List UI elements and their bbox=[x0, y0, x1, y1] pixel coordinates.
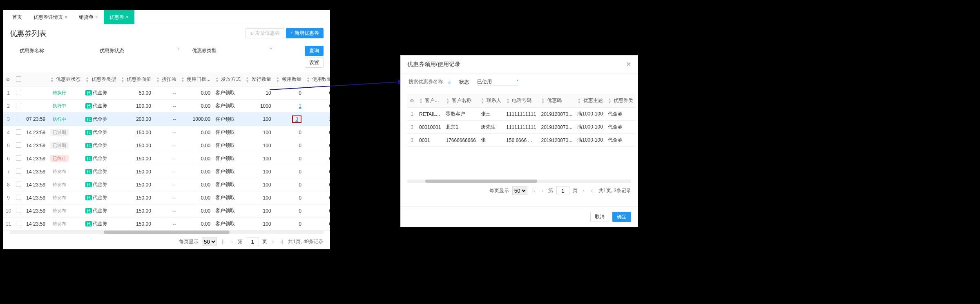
modal-status-value[interactable]: 已使用 bbox=[477, 78, 492, 85]
tab-3[interactable]: 优惠券× bbox=[104, 10, 134, 24]
col-header[interactable]: ▲▼ 电话号码 bbox=[504, 94, 538, 108]
col-header[interactable]: ▲▼ 客户... bbox=[417, 94, 443, 108]
got-count-link[interactable]: 1 bbox=[299, 103, 301, 109]
query-button[interactable]: 查询 bbox=[305, 46, 324, 56]
table-row[interactable]: 614 23:59已终止代代金券150.00--0.00客户领取10000↗⊞ bbox=[3, 152, 330, 165]
sort-icon[interactable]: ▲▼ bbox=[481, 98, 484, 104]
modal-h-scrollbar[interactable] bbox=[407, 180, 631, 183]
first-page-button[interactable]: |‹ bbox=[531, 188, 537, 193]
table-row[interactable]: 714 23:59待发布代代金券150.00--0.00客户领取10000↗⊞ bbox=[3, 165, 330, 178]
gear-icon[interactable]: ⚙ bbox=[410, 98, 414, 104]
tab-0[interactable]: 首页 bbox=[7, 10, 28, 24]
search-icon[interactable]: ⌕ bbox=[448, 79, 451, 85]
close-icon[interactable]: × bbox=[95, 14, 98, 20]
last-page-button[interactable]: ›| bbox=[279, 239, 285, 244]
tab-2[interactable]: 销货单× bbox=[73, 10, 104, 24]
sort-icon[interactable]: ▲▼ bbox=[419, 98, 423, 104]
table-row[interactable]: 914 23:59待发布代代金券150.00--0.00客户领取10000↗⊞ bbox=[3, 191, 330, 204]
sort-icon[interactable]: ▲▼ bbox=[156, 76, 160, 83]
col-header[interactable]: ▲▼ 优惠码 bbox=[539, 94, 575, 108]
sort-icon[interactable]: ▲▼ bbox=[246, 76, 249, 83]
cancel-button[interactable]: 取消 bbox=[590, 212, 609, 222]
col-header[interactable]: ▲▼ 优惠券类型 bbox=[83, 73, 118, 87]
col-header[interactable]: ▲▼ 优惠券类 bbox=[605, 94, 636, 108]
table-row[interactable]: 1114 23:59待发布代代金券150.00--0.00客户领取10000↗⊞ bbox=[3, 217, 330, 231]
gear-icon[interactable]: ⚙ bbox=[6, 77, 10, 82]
issue-coupon-button[interactable]: ⊕ 发放优惠券 bbox=[246, 28, 284, 38]
row-checkbox[interactable] bbox=[16, 155, 21, 161]
col-header[interactable]: ▲▼ 使用数量 bbox=[304, 73, 330, 87]
sort-icon[interactable]: ▲▼ bbox=[608, 98, 612, 104]
row-checkbox[interactable] bbox=[16, 103, 21, 108]
col-header[interactable]: ▲▼ 折扣% bbox=[154, 73, 179, 87]
close-icon[interactable]: × bbox=[65, 14, 67, 20]
row-checkbox[interactable] bbox=[16, 221, 21, 226]
modal-table-wrap: ⚙▲▼ 客户...▲▼ 客户名称▲▼ 联系人▲▼ 电话号码▲▼ 优惠码▲▼ 优惠… bbox=[401, 91, 638, 147]
page-input[interactable] bbox=[556, 186, 569, 195]
table-row[interactable]: 1待执行代代金券50.00--0.00客户领取1000↗⊞ bbox=[3, 87, 330, 100]
per-page-select[interactable]: 50 bbox=[512, 186, 527, 195]
row-checkbox[interactable] bbox=[16, 90, 21, 95]
row-checkbox[interactable] bbox=[16, 208, 21, 213]
filter-name-input[interactable] bbox=[47, 46, 87, 55]
col-header[interactable]: ▲▼ 发放方式 bbox=[213, 73, 243, 87]
sort-icon[interactable]: ▲▼ bbox=[541, 98, 545, 104]
row-checkbox[interactable] bbox=[16, 116, 21, 121]
table-row[interactable]: 200010001北京1唐先生111111111112019120070...满… bbox=[407, 121, 636, 134]
modal-search-input[interactable] bbox=[407, 78, 448, 86]
sort-icon[interactable]: ▲▼ bbox=[181, 76, 185, 83]
sort-icon[interactable]: ▲▼ bbox=[306, 76, 310, 83]
col-header[interactable]: ▲▼ 使用门槛... bbox=[179, 73, 213, 87]
row-index: 9 bbox=[3, 191, 13, 204]
got-count: 0 bbox=[274, 152, 304, 165]
sort-icon[interactable]: ▲▼ bbox=[50, 76, 54, 83]
chevron-down-icon[interactable]: ˅ bbox=[516, 79, 519, 85]
h-scrollbar[interactable] bbox=[10, 231, 324, 234]
settings-button[interactable]: 设置 bbox=[305, 58, 324, 68]
sort-icon[interactable]: ▲▼ bbox=[215, 76, 219, 83]
table-row[interactable]: 514 23:59已过期代代金券150.00--0.00客户领取10000↗⊞ bbox=[3, 139, 330, 152]
row-checkbox[interactable] bbox=[16, 129, 21, 135]
filter-status-select[interactable]: ˅ bbox=[127, 46, 180, 55]
row-checkbox[interactable] bbox=[16, 169, 21, 174]
next-page-button[interactable]: › bbox=[581, 188, 586, 193]
close-icon[interactable]: × bbox=[126, 14, 129, 20]
table-row[interactable]: 414 23:59已过期代代金券150.00--0.00客户领取10000↗⊞ bbox=[3, 126, 330, 139]
table-row[interactable]: 3000117666666666张156 6666 ...2019120070.… bbox=[407, 134, 636, 147]
col-header[interactable]: ▲▼ 发行数量 bbox=[243, 73, 273, 87]
prev-page-button[interactable]: ‹ bbox=[230, 239, 234, 244]
table-row[interactable]: 1014 23:59待发布代代金券150.00--0.00客户领取10000↗⊞ bbox=[3, 204, 330, 217]
prev-page-button[interactable]: ‹ bbox=[540, 188, 545, 193]
sort-icon[interactable]: ▲▼ bbox=[577, 98, 581, 104]
table-row[interactable]: 307 23:59执行中代代金券200.00--1000.00客户领取10031… bbox=[3, 113, 330, 126]
page-input[interactable] bbox=[246, 237, 259, 246]
ok-button[interactable]: 确定 bbox=[612, 212, 631, 222]
col-header[interactable]: ▲▼ 优惠主题 bbox=[575, 94, 605, 108]
table-row[interactable]: 2执行中代代金券100.00--0.00客户领取100010↗⊞ bbox=[3, 100, 330, 113]
col-header[interactable]: ▲▼ 优惠券状态 bbox=[48, 73, 83, 87]
next-page-button[interactable]: › bbox=[270, 239, 275, 244]
select-all-checkbox[interactable] bbox=[16, 76, 21, 82]
row-checkbox[interactable] bbox=[16, 182, 21, 187]
sort-icon[interactable]: ▲▼ bbox=[446, 98, 449, 104]
sort-icon[interactable]: ▲▼ bbox=[276, 76, 280, 83]
add-coupon-button[interactable]: + 新增优惠券 bbox=[286, 28, 324, 38]
col-header[interactable]: ▲▼ 客户名称 bbox=[443, 94, 478, 108]
col-header[interactable]: ▲▼ 领用数量 bbox=[274, 73, 304, 87]
tab-1[interactable]: 优惠券详情页× bbox=[28, 10, 73, 24]
sort-icon[interactable]: ▲▼ bbox=[121, 76, 125, 83]
row-checkbox[interactable] bbox=[16, 142, 21, 148]
per-page-select[interactable]: 50 bbox=[202, 237, 217, 246]
filter-type-select[interactable]: ˅ bbox=[219, 46, 272, 55]
table-row[interactable]: 814 23:59待发布代代金券150.00--0.00客户领取10000↗⊞ bbox=[3, 178, 330, 191]
first-page-button[interactable]: |‹ bbox=[220, 239, 226, 244]
close-icon[interactable]: ✕ bbox=[626, 60, 631, 68]
table-row[interactable]: 1RETAIL...零散客户张三111111111112019120070...… bbox=[407, 108, 636, 121]
col-header[interactable]: ▲▼ 优惠券面值 bbox=[118, 73, 154, 87]
last-page-button[interactable]: ›| bbox=[589, 188, 595, 193]
sort-icon[interactable]: ▲▼ bbox=[506, 98, 510, 104]
col-header[interactable]: ▲▼ 联系人 bbox=[478, 94, 504, 108]
got-count-link[interactable]: 3 bbox=[295, 116, 298, 122]
sort-icon[interactable]: ▲▼ bbox=[85, 76, 89, 83]
row-checkbox[interactable] bbox=[16, 195, 21, 200]
